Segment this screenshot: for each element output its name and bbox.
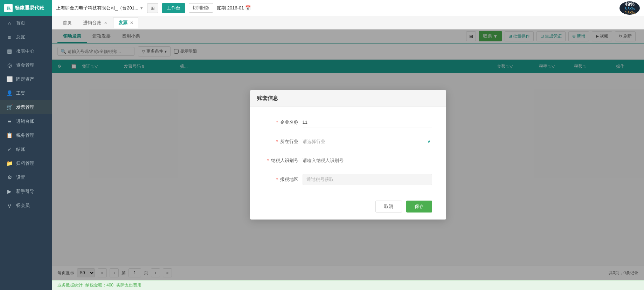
company-name-input[interactable] (303, 117, 432, 128)
cancel-button[interactable]: 取消 (375, 201, 402, 213)
tab-invoice[interactable]: 发票 ✕ (113, 17, 139, 28)
tab-invoice-close-icon[interactable]: ✕ (130, 21, 133, 25)
archive-btn-icon: ⊞ (151, 5, 155, 11)
workbench-button[interactable]: 工作台 (162, 3, 185, 13)
industry-select[interactable]: 请选择行业 (303, 136, 432, 147)
period-label: 账期 (217, 5, 226, 11)
tab-purchase[interactable]: 进销台账 ✕ (78, 17, 112, 28)
sidebar-item-label: 设置 (16, 174, 25, 181)
sidebar-item-purchase[interactable]: ≣ 进销台账 (0, 114, 52, 128)
sidebar-item-label: 总账 (16, 34, 25, 40)
tax-region-label: * 报税地区 (264, 176, 303, 183)
sidebar-item-label: 首页 (16, 20, 25, 26)
sidebar-item-label: 资金管理 (16, 62, 34, 68)
period-display: 账期 2016-01 📅 (217, 5, 251, 11)
sidebar-item-invoice[interactable]: 🛒 发票管理 (0, 100, 52, 114)
sidebar-item-home[interactable]: ⌂ 首页 (0, 16, 52, 30)
period-value: 2016-01 (227, 5, 244, 11)
sidebar-item-reports[interactable]: ▦ 报表中心 (0, 44, 52, 58)
sidebar-item-assets[interactable]: ⬜ 固定资产 (0, 72, 52, 86)
salary-icon: 👤 (6, 90, 13, 96)
guide-icon: ▶ (6, 188, 13, 195)
network-percent: 49% (625, 1, 635, 7)
upload-speed: 8.5K/s (625, 7, 635, 11)
logo-icon: 账 (4, 4, 13, 12)
sidebar-item-label: 发票管理 (16, 104, 34, 110)
sidebar-item-tax[interactable]: 📋 税务管理 (0, 128, 52, 142)
sidebar-item-ledger[interactable]: ≡ 总账 (0, 30, 52, 44)
capital-icon: ◎ (6, 62, 13, 68)
sidebar-item-label: 新手引导 (16, 188, 34, 195)
sidebar-item-label: 畅会员 (16, 202, 30, 209)
page-content: 销项发票 进项发票 费用小票 ⊞ 取票 ▼ ⊞ 批量操作 ⊡ (52, 29, 644, 280)
form-row-tax-region: * 报税地区 通过税号获取 (264, 174, 432, 185)
sidebar-item-label: 结账 (16, 146, 25, 153)
purchase-icon: ≣ (6, 118, 13, 124)
company-name-label: * 企业名称 (264, 119, 303, 126)
sidebar-item-guide[interactable]: ▶ 新手引导 (0, 184, 52, 198)
sidebar: 账 畅康通易代账 ⌂ 首页 ≡ 总账 ▦ 报表中心 ◎ 资金管理 ⬜ 固定资产 … (0, 0, 52, 290)
sidebar-item-archive[interactable]: 📁 归档管理 (0, 156, 52, 170)
ledger-icon: ≡ (6, 34, 13, 40)
tab-purchase-close-icon[interactable]: ✕ (104, 21, 107, 25)
modal-account-info: 账套信息 * 企业名称 * 所在行业 (250, 90, 446, 220)
network-status: 49% 8.5K/s 2.6K/s (619, 1, 640, 15)
archive-button[interactable]: ⊞ (147, 3, 158, 13)
industry-label: * 所在行业 (264, 139, 303, 145)
sidebar-item-label: 归档管理 (16, 160, 34, 167)
main-content: 上海卯金刀电子科技有限公司_（台201... ▼ ⊞ 工作台 切到旧版 账期 2… (52, 0, 644, 290)
industry-select-wrap: 请选择行业 ∨ (303, 136, 432, 147)
status-subtext: 纳税金额：400 (85, 282, 113, 288)
save-button[interactable]: 保存 (406, 201, 432, 213)
tax-region-display: 通过税号获取 (303, 174, 432, 185)
form-row-industry: * 所在行业 请选择行业 ∨ (264, 136, 432, 147)
sidebar-item-capital[interactable]: ◎ 资金管理 (0, 58, 52, 72)
logo-text: 畅康通易代账 (15, 5, 44, 11)
home-icon: ⌂ (6, 20, 13, 26)
invoice-icon: 🛒 (6, 104, 13, 110)
sidebar-item-settings[interactable]: ⚙ 设置 (0, 170, 52, 184)
sidebar-item-member[interactable]: V 畅会员 (0, 198, 52, 213)
network-speeds: 8.5K/s 2.6K/s (625, 7, 635, 15)
calendar-icon[interactable]: 📅 (245, 5, 251, 11)
company-selector[interactable]: 上海卯金刀电子科技有限公司_（台201... ▼ (56, 5, 144, 11)
member-icon: V (6, 203, 13, 209)
company-name: 上海卯金刀电子科技有限公司_（台201... (56, 5, 138, 11)
modal-title: 账套信息 (250, 90, 446, 107)
checkout-icon: ✓ (6, 146, 13, 153)
settings-icon: ⚙ (6, 174, 13, 181)
assets-icon: ⬜ (6, 76, 13, 82)
sidebar-item-label: 报表中心 (16, 48, 34, 54)
reports-icon: ▦ (6, 48, 13, 54)
sidebar-item-checkout[interactable]: ✓ 结账 (0, 142, 52, 156)
tax-id-input[interactable] (303, 155, 432, 166)
switch-old-button[interactable]: 切到旧版 (189, 3, 213, 13)
company-chevron-icon: ▼ (140, 6, 144, 10)
status-text: 业务数据统计 (57, 282, 83, 288)
sidebar-item-label: 固定资产 (16, 76, 34, 82)
status-bar: 业务数据统计 纳税金额：400 实际支出费用 (52, 280, 644, 290)
status-extra: 实际支出费用 (116, 282, 141, 288)
topbar: 上海卯金刀电子科技有限公司_（台201... ▼ ⊞ 工作台 切到旧版 账期 2… (52, 0, 644, 16)
modal-footer: 取消 保存 (250, 195, 446, 220)
tax-icon: 📋 (6, 132, 13, 139)
sidebar-item-salary[interactable]: 👤 工资 (0, 86, 52, 100)
form-row-company-name: * 企业名称 (264, 117, 432, 128)
modal-body: * 企业名称 * 所在行业 请选择行业 (250, 107, 446, 195)
modal-overlay: 账套信息 * 企业名称 * 所在行业 (52, 29, 644, 280)
tab-home[interactable]: 首页 (57, 17, 77, 28)
app-logo: 账 畅康通易代账 (0, 0, 52, 16)
form-row-tax-id: * 纳税人识别号 (264, 155, 432, 166)
nav-tabs: 首页 进销台账 ✕ 发票 ✕ (52, 16, 644, 29)
tax-id-label: * 纳税人识别号 (264, 157, 303, 164)
sidebar-item-label: 进销台账 (16, 118, 34, 124)
archive-icon: 📁 (6, 160, 13, 167)
sidebar-item-label: 工资 (16, 90, 25, 96)
sidebar-item-label: 税务管理 (16, 132, 34, 139)
download-speed: 2.6K/s (625, 11, 635, 15)
